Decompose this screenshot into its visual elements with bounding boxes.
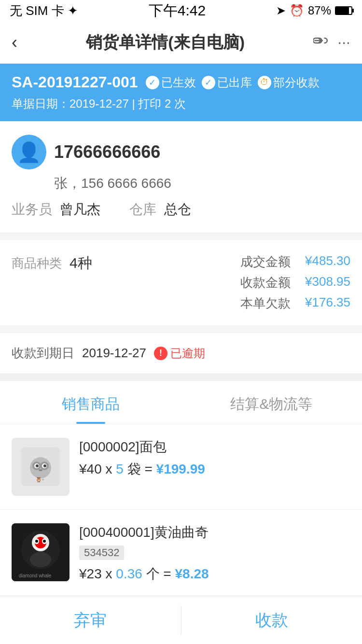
product-price-1: ¥40 x 5 袋 = ¥199.99 [79,460,350,478]
status-time: 下午4:42 [149,1,206,21]
deal-amount-value: ¥485.30 [305,253,350,270]
status-right: ➤ ⏰ 87% [276,4,352,17]
check-icon-2: ✓ [202,76,215,89]
deal-amount-label: 成交金额 [240,253,291,270]
product-thumb-1: 🦉+ [12,438,70,496]
total-1: ¥199.99 [156,462,205,476]
tab-settlement[interactable]: 结算&物流等 [181,381,362,424]
type-value: 4种 [70,253,92,273]
nav-actions: ··· [313,33,350,52]
collected-label: 收款金额 [240,274,291,291]
unit-1: 袋 [127,462,141,476]
tabs-section: 销售商品 结算&物流等 [0,381,362,424]
overdue-badge: ! 已逾期 [154,346,205,361]
more-icon[interactable]: ··· [337,33,350,51]
type-label: 商品种类 [12,255,62,272]
staff-value: 曾凡杰 [60,202,100,217]
bottom-bar: 弃审 收款 [0,596,362,644]
avatar-icon: 👤 [17,141,41,164]
customer-row: 👤 17666666666 [12,135,350,169]
equals-1: = [144,462,156,476]
battery-text: 87% [308,4,331,17]
share-icon[interactable] [313,33,328,52]
svg-point-18 [43,540,46,543]
nav-bar: ‹ 销货单详情(来自电脑) ··· [0,21,362,64]
status-left: 无 SIM 卡 ✦ [10,2,78,19]
tab-sales-products[interactable]: 销售商品 [0,381,181,424]
battery-icon [335,6,352,15]
svg-point-9 [39,469,42,471]
stats-right: 成交金额 ¥485.30 收款金额 ¥308.95 本单欠款 ¥176.35 [240,253,350,312]
due-date: 2019-12-27 [82,346,146,361]
equals-2: = [163,566,175,581]
staff-label: 业务员 [12,202,52,217]
customer-phone: 17666666666 [54,142,160,162]
customer-staff: 业务员 曾凡杰 仓库 总仓 [12,200,350,219]
order-badges: ✓ 已生效 ✓ 已出库 ⏱ 部分收款 [146,75,320,90]
check-icon-1: ✓ [146,76,159,89]
page-title: 销货单详情(来自电脑) [86,31,245,54]
product-name-2: [000400001]黄油曲奇 [79,523,350,542]
unit-2: 个 [146,566,160,581]
svg-point-8 [43,464,46,467]
customer-contact: 张，156 6666 6666 [12,174,350,193]
clock-icon: ⏱ [258,76,271,89]
price-base-1: ¥40 [79,462,102,476]
order-meta: 单据日期：2019-12-27 | 打印 2 次 [12,96,350,112]
collected-value: ¥308.95 [305,274,350,291]
badge-partial: ⏱ 部分收款 [258,75,320,90]
order-id: SA-20191227-001 [12,73,138,91]
due-label: 收款到期日 [12,345,74,362]
price-sep-2: x [106,566,116,581]
due-section: 收款到期日 2019-12-27 ! 已逾期 [0,333,362,373]
section-divider [0,373,362,381]
location-icon: ➤ [276,4,286,17]
price-sep-1: x [106,462,116,476]
warehouse-item: 仓库 总仓 [129,200,191,219]
qty-2: 0.36 [116,566,142,581]
svg-point-7 [36,464,39,467]
product-thumb-2: diamond whale [12,523,70,581]
svg-point-17 [35,540,38,543]
customer-section: 👤 17666666666 张，156 6666 6666 业务员 曾凡杰 仓库… [0,121,362,232]
product-price-2: ¥23 x 0.36 个 = ¥8.28 [79,565,350,583]
debt-value: ¥176.35 [305,295,350,312]
debt-label: 本单欠款 [240,295,291,312]
deal-amount-row: 成交金额 ¥485.30 [240,253,350,270]
order-header: SA-20191227-001 ✓ 已生效 ✓ 已出库 ⏱ 部分收款 单据日期：… [0,64,362,121]
back-button[interactable]: ‹ [12,32,17,53]
total-2: ¥8.28 [175,566,209,581]
qty-1: 5 [116,462,124,476]
product-item-1: 🦉+ [0000002]面包 ¥40 x 5 袋 = ¥199.99 [0,424,362,510]
overdue-icon: ! [154,347,167,360]
stats-left: 商品种类 4种 [12,253,92,273]
warehouse-value: 总仓 [164,202,191,217]
product-tag-2: 534532 [79,546,124,560]
staff-item: 业务员 曾凡杰 [12,200,100,219]
confirm-button[interactable]: 收款 [181,596,362,644]
product-info-1: [0000002]面包 ¥40 x 5 袋 = ¥199.99 [79,438,350,478]
warehouse-label: 仓库 [129,202,156,217]
status-bar: 无 SIM 卡 ✦ 下午4:42 ➤ ⏰ 87% [0,0,362,21]
alarm-icon: ⏰ [290,4,304,17]
customer-avatar: 👤 [12,135,46,169]
svg-text:diamond whale: diamond whale [19,573,52,578]
product-item-2: diamond whale [000400001]黄油曲奇 534532 ¥23… [0,510,362,597]
products-section: 🦉+ [0000002]面包 ¥40 x 5 袋 = ¥199.99 [0,424,362,597]
overdue-text: 已逾期 [170,346,205,361]
badge-shipped: ✓ 已出库 [202,75,252,90]
product-info-2: [000400001]黄油曲奇 534532 ¥23 x 0.36 个 = ¥8… [79,523,350,583]
svg-text:🦉+: 🦉+ [36,476,44,483]
stats-section: 商品种类 4种 成交金额 ¥485.30 收款金额 ¥308.95 本单欠款 ¥… [0,240,362,325]
cancel-button[interactable]: 弃审 [0,596,181,644]
collected-row: 收款金额 ¥308.95 [240,274,350,291]
badge-active: ✓ 已生效 [146,75,196,90]
product-name-1: [0000002]面包 [79,438,350,456]
debt-row: 本单欠款 ¥176.35 [240,295,350,312]
price-base-2: ¥23 [79,566,102,581]
svg-point-19 [30,552,51,567]
